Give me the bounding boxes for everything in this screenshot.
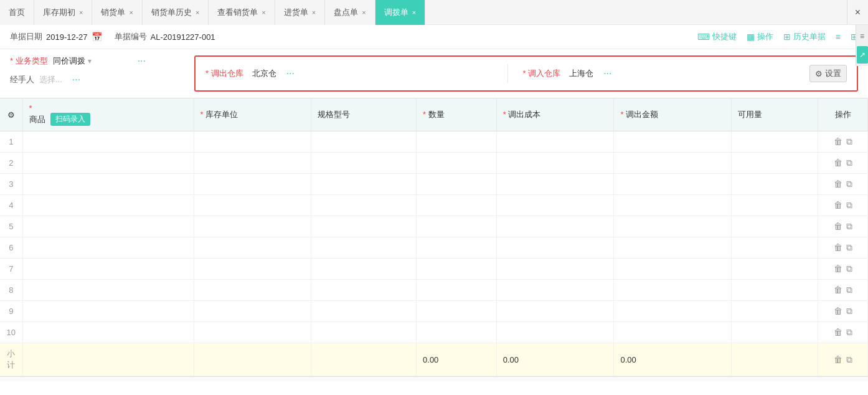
delete-row-icon[interactable]: 🗑 (834, 179, 842, 189)
cell-spec[interactable] (311, 216, 417, 237)
copy-row-icon[interactable]: ⧉ (846, 179, 852, 189)
cell-cost[interactable] (496, 280, 614, 301)
delete-row-icon[interactable]: 🗑 (834, 158, 842, 168)
cell-unit[interactable] (194, 131, 311, 153)
cell-unit[interactable] (194, 259, 311, 280)
warehouse-in-more[interactable]: ··· (603, 68, 611, 79)
tab-sales-history-close[interactable]: × (196, 9, 199, 16)
cell-unit[interactable] (194, 216, 311, 237)
cell-unit[interactable] (194, 153, 311, 174)
copy-icon[interactable]: ⧉ (846, 355, 852, 365)
cell-cost[interactable] (496, 322, 614, 343)
settings-button[interactable]: ⚙ 设置 (809, 65, 847, 82)
cell-product[interactable] (22, 131, 194, 153)
tab-transfer-close[interactable]: × (412, 9, 416, 16)
cell-qty[interactable] (417, 301, 497, 322)
operations-button[interactable]: ▦ 操作 (747, 31, 773, 42)
delete-row-icon[interactable]: 🗑 (834, 136, 842, 147)
tab-transfer[interactable]: 调拨单 × (375, 0, 425, 25)
cell-qty[interactable] (417, 131, 497, 153)
cell-amount[interactable] (614, 280, 732, 301)
cell-product[interactable] (22, 280, 194, 301)
tab-stock-check-close[interactable]: × (362, 9, 366, 16)
calendar-icon[interactable]: 📅 (92, 32, 102, 42)
cell-qty[interactable] (417, 195, 497, 216)
close-all-button[interactable]: × (847, 0, 868, 25)
copy-row-icon[interactable]: ⧉ (846, 306, 852, 316)
tab-sales-order-close[interactable]: × (129, 9, 133, 16)
cell-product[interactable] (22, 322, 194, 343)
handler-more[interactable]: ··· (72, 74, 80, 85)
copy-row-icon[interactable]: ⧉ (846, 200, 852, 211)
cell-cost[interactable] (496, 237, 614, 259)
col-gear[interactable]: ⚙ (0, 98, 22, 131)
cell-amount[interactable] (614, 259, 732, 280)
delete-row-icon[interactable]: 🗑 (834, 264, 842, 274)
cell-spec[interactable] (311, 259, 417, 280)
warehouse-out-more[interactable]: ··· (286, 68, 295, 79)
delete-icon[interactable]: 🗑 (834, 355, 842, 365)
copy-row-icon[interactable]: ⧉ (846, 327, 852, 338)
right-panel-export-btn[interactable]: ↗ (857, 46, 868, 64)
delete-row-icon[interactable]: 🗑 (834, 327, 842, 338)
tab-view-sales[interactable]: 查看销货单 × (209, 0, 275, 25)
cell-spec[interactable] (311, 153, 417, 174)
copy-row-icon[interactable]: ⧉ (846, 221, 852, 232)
tab-inventory-init-close[interactable]: × (79, 9, 83, 16)
cell-cost[interactable] (496, 174, 614, 195)
cell-product[interactable] (22, 259, 194, 280)
cell-qty[interactable] (417, 174, 497, 195)
handler-select[interactable]: 选择... (39, 74, 62, 85)
cell-unit[interactable] (194, 301, 311, 322)
cell-spec[interactable] (311, 174, 417, 195)
cell-cost[interactable] (496, 216, 614, 237)
delete-row-icon[interactable]: 🗑 (834, 285, 842, 295)
tab-inventory-init[interactable]: 库存期初 × (34, 0, 92, 25)
cell-qty[interactable] (417, 216, 497, 237)
list-view-button[interactable]: ≡ (836, 32, 841, 42)
copy-row-icon[interactable]: ⧉ (846, 136, 852, 147)
cell-cost[interactable] (496, 195, 614, 216)
history-button[interactable]: ⊞ 历史单据 (783, 31, 826, 42)
copy-row-icon[interactable]: ⧉ (846, 242, 852, 253)
delete-row-icon[interactable]: 🗑 (834, 221, 842, 232)
cell-product[interactable] (22, 216, 194, 237)
cell-product[interactable] (22, 301, 194, 322)
cell-amount[interactable] (614, 322, 732, 343)
cell-qty[interactable] (417, 237, 497, 259)
business-type-select[interactable]: 同价调拨 ▾ (53, 55, 128, 67)
cell-spec[interactable] (311, 195, 417, 216)
cell-spec[interactable] (311, 237, 417, 259)
cell-product[interactable] (22, 153, 194, 174)
cell-qty[interactable] (417, 259, 497, 280)
cell-qty[interactable] (417, 153, 497, 174)
copy-row-icon[interactable]: ⧉ (846, 285, 852, 295)
cell-amount[interactable] (614, 216, 732, 237)
cell-qty[interactable] (417, 322, 497, 343)
delete-row-icon[interactable]: 🗑 (834, 200, 842, 211)
tab-view-sales-close[interactable]: × (262, 9, 265, 16)
cell-qty[interactable] (417, 280, 497, 301)
cell-cost[interactable] (496, 259, 614, 280)
cell-product[interactable] (22, 174, 194, 195)
tab-sales-order[interactable]: 销货单 × (92, 0, 142, 25)
copy-row-icon[interactable]: ⧉ (846, 158, 852, 168)
business-type-more[interactable]: ··· (138, 55, 146, 67)
cell-product[interactable] (22, 237, 194, 259)
cell-amount[interactable] (614, 153, 732, 174)
cell-unit[interactable] (194, 195, 311, 216)
cell-unit[interactable] (194, 174, 311, 195)
cell-unit[interactable] (194, 322, 311, 343)
right-panel-list-btn[interactable]: ≡ (857, 27, 868, 45)
scan-button[interactable]: 扫码录入 (50, 113, 90, 126)
cell-cost[interactable] (496, 131, 614, 153)
cell-cost[interactable] (496, 301, 614, 322)
shortcuts-button[interactable]: ⌨ 快捷键 (697, 31, 737, 42)
copy-row-icon[interactable]: ⧉ (846, 264, 852, 274)
cell-spec[interactable] (311, 322, 417, 343)
cell-amount[interactable] (614, 174, 732, 195)
delete-row-icon[interactable]: 🗑 (834, 242, 842, 253)
tab-stock-check[interactable]: 盘点单 × (325, 0, 375, 25)
cell-product[interactable] (22, 195, 194, 216)
tab-sales-history[interactable]: 销货单历史 × (143, 0, 209, 25)
